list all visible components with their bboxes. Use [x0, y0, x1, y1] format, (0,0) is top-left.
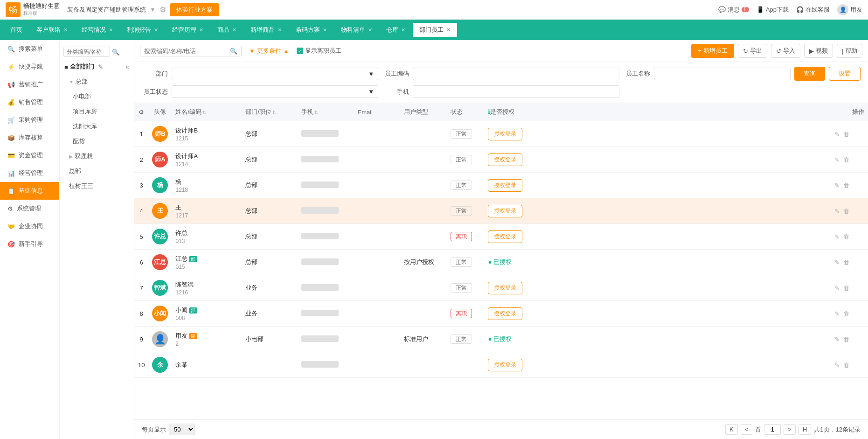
- delete-icon[interactable]: 🗑: [843, 310, 849, 317]
- auth-login-btn[interactable]: 授权登录: [488, 205, 522, 217]
- last-page-btn[interactable]: H: [799, 424, 811, 435]
- delete-icon[interactable]: 🗑: [843, 208, 849, 215]
- delete-icon[interactable]: 🗑: [843, 182, 849, 189]
- dept-edit-icon[interactable]: ✎: [98, 63, 103, 70]
- tab-operation[interactable]: 经营情况✕: [75, 23, 119, 37]
- close-icon[interactable]: ✕: [323, 27, 327, 33]
- col-settings[interactable]: ⚙: [134, 103, 148, 121]
- dept-item-xiaodibu[interactable]: 小电部: [60, 89, 134, 104]
- auth-login-btn[interactable]: 授权登录: [488, 230, 522, 243]
- edit-icon[interactable]: ✎: [834, 336, 840, 343]
- filter-phone-input[interactable]: [413, 85, 619, 98]
- export-btn[interactable]: ↻ 导出: [738, 44, 767, 58]
- message-icon-item[interactable]: 💬 消息 5: [718, 6, 749, 14]
- sidebar-item-guide[interactable]: 🎯 新手引导: [0, 235, 59, 253]
- sidebar-item-finance[interactable]: 💳 资金管理: [0, 146, 59, 164]
- close-icon[interactable]: ✕: [109, 27, 113, 33]
- dept-item-shuanglu[interactable]: ▶ 双鹿想: [60, 149, 134, 164]
- tab-add-goods[interactable]: 新增商品✕: [244, 23, 288, 37]
- filter-name-input[interactable]: [654, 68, 791, 80]
- tab-warehouse[interactable]: 仓库✕: [380, 23, 412, 37]
- prev-page-btn[interactable]: <: [741, 424, 753, 435]
- auth-login-btn[interactable]: 授权登录: [488, 153, 522, 166]
- delete-icon[interactable]: 🗑: [843, 156, 849, 163]
- close-icon[interactable]: ✕: [368, 27, 372, 33]
- show-resigned-checkbox[interactable]: ✓: [297, 48, 303, 54]
- tab-home[interactable]: 首页: [4, 23, 29, 37]
- page-size-select[interactable]: 50 20 100: [169, 424, 195, 435]
- delete-icon[interactable]: 🗑: [843, 336, 849, 343]
- sidebar-item-collab[interactable]: 🤝 企业协同: [0, 217, 59, 235]
- tab-employees[interactable]: 部门员工✕: [413, 23, 457, 37]
- edit-icon[interactable]: ✎: [834, 131, 840, 138]
- close-icon[interactable]: ✕: [154, 27, 158, 33]
- auth-login-btn[interactable]: 授权登录: [488, 359, 522, 371]
- edit-icon[interactable]: ✎: [834, 208, 840, 215]
- online-service-item[interactable]: 🎧 在线客服: [796, 6, 830, 14]
- user-avatar-item[interactable]: 👤 用友: [837, 4, 862, 15]
- more-filter-btn[interactable]: ▼ 更多条件 ▲: [245, 45, 293, 57]
- tab-goods[interactable]: 商品✕: [211, 23, 243, 37]
- edit-icon[interactable]: ✎: [834, 310, 840, 317]
- delete-icon[interactable]: 🗑: [843, 285, 849, 292]
- tab-barcode[interactable]: 条码方案✕: [289, 23, 333, 37]
- tab-history[interactable]: 经营历程✕: [166, 23, 210, 37]
- edit-icon[interactable]: ✎: [834, 233, 840, 240]
- query-btn[interactable]: 查询: [794, 67, 825, 81]
- delete-icon[interactable]: 🗑: [843, 259, 849, 266]
- delete-icon[interactable]: 🗑: [843, 362, 849, 369]
- tab-profit[interactable]: 利润报告✕: [120, 23, 165, 37]
- show-resigned-toggle[interactable]: ✓ 显示离职员工: [297, 47, 341, 55]
- tree-collapse-icon[interactable]: «: [125, 63, 129, 70]
- dropdown-icon[interactable]: ▼: [150, 6, 156, 13]
- edit-icon[interactable]: ✎: [834, 259, 840, 266]
- edit-icon[interactable]: ✎: [834, 285, 840, 292]
- tab-bom[interactable]: 物料清单✕: [334, 23, 379, 37]
- import-btn[interactable]: ↺ 导入: [771, 44, 800, 58]
- edit-icon[interactable]: ✎: [834, 156, 840, 163]
- dept-search-icon[interactable]: 🔍: [112, 49, 119, 56]
- dept-search-input[interactable]: [63, 47, 110, 57]
- auth-login-btn[interactable]: 授权登录: [488, 282, 522, 294]
- add-employee-btn[interactable]: + 新增员工: [691, 44, 734, 58]
- col-dept[interactable]: 部门/职位⇅: [242, 103, 298, 121]
- sidebar-item-sysadmin[interactable]: ⚙ 系统管理: [0, 200, 59, 217]
- help-btn[interactable]: | 帮助: [837, 44, 862, 58]
- tab-customer[interactable]: 客户联络✕: [30, 23, 74, 37]
- sidebar-item-basicinfo[interactable]: 📋 基础信息: [0, 182, 59, 200]
- sidebar-item-sales[interactable]: 💰 销售管理: [0, 93, 59, 111]
- sidebar-item-management[interactable]: 📊 经营管理: [0, 164, 59, 182]
- col-name[interactable]: 姓名/编码⇅: [172, 103, 242, 121]
- sidebar-item-purchase[interactable]: 🛒 采购管理: [0, 111, 59, 129]
- close-icon[interactable]: ✕: [446, 27, 451, 33]
- auth-login-btn[interactable]: 授权登录: [488, 128, 522, 140]
- set-btn[interactable]: 设置: [829, 67, 861, 81]
- sidebar-item-search[interactable]: 🔍 搜索菜单: [0, 40, 59, 58]
- app-download-item[interactable]: 📱 App下载: [757, 6, 789, 14]
- next-page-btn[interactable]: >: [784, 424, 796, 435]
- close-icon[interactable]: ✕: [232, 27, 236, 33]
- page-number-input[interactable]: [764, 424, 781, 435]
- view-btn[interactable]: ▶ 视频: [804, 44, 833, 58]
- sidebar-item-marketing[interactable]: 📢 营销推广: [0, 76, 59, 93]
- auth-login-btn[interactable]: 授权登录: [488, 307, 522, 320]
- dept-item-project[interactable]: 项目库房: [60, 104, 134, 119]
- filter-dept-select[interactable]: ▼: [172, 68, 378, 80]
- dept-item-zhushu[interactable]: 植树王三: [60, 179, 134, 194]
- settings-icon[interactable]: ⚙: [160, 5, 166, 14]
- dept-item-zongbu[interactable]: ▼ 总部: [60, 74, 134, 89]
- dept-item-general[interactable]: 总部: [60, 164, 134, 179]
- close-icon[interactable]: ✕: [401, 27, 405, 33]
- search-icon[interactable]: 🔍: [230, 48, 237, 55]
- sidebar-item-quicknav[interactable]: ⚡ 快捷导航: [0, 58, 59, 76]
- first-page-btn[interactable]: K: [725, 424, 738, 435]
- filter-status-select[interactable]: ▼: [172, 85, 378, 98]
- edit-icon[interactable]: ✎: [834, 362, 840, 369]
- close-icon[interactable]: ✕: [278, 27, 282, 33]
- dept-item-distribution[interactable]: 配货: [60, 134, 134, 149]
- trial-button[interactable]: 体验行业方案: [170, 3, 219, 16]
- dept-tree-header[interactable]: ■ 全部部门 ✎ «: [60, 60, 134, 74]
- close-icon[interactable]: ✕: [63, 27, 68, 33]
- search-input[interactable]: [144, 48, 228, 55]
- auth-login-btn[interactable]: 授权登录: [488, 179, 522, 192]
